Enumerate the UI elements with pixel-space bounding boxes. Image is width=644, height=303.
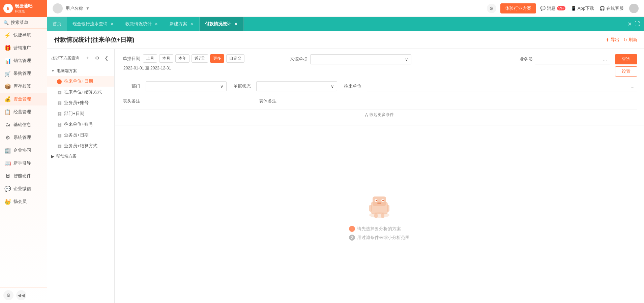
- filter-area: 单据日期 上月 本月 本年 近7天 更多 自定义 2022-01-01 至 20…: [115, 49, 644, 125]
- sidebar-label-purchase: 采购管理: [13, 70, 31, 77]
- related-unit-label: 往来单位: [343, 83, 361, 89]
- query-btn[interactable]: 查询: [615, 54, 637, 64]
- main-area: 用户名称 ▼ ⚙ 体验行业方案 💬 消息 99+ 📱 App下载 🎧 在线客服 …: [47, 0, 644, 303]
- plan-item-staff-settlement[interactable]: ▦业务员+结算方式: [47, 141, 114, 151]
- sidebar-item-inventory[interactable]: 📦库存核算: [0, 80, 47, 93]
- sidebar-label-basic-info: 基础信息: [13, 122, 31, 128]
- inventory-icon: 📦: [5, 83, 11, 89]
- user-name: 用户名称: [65, 5, 83, 11]
- plan-item-staff-account[interactable]: ▦业务员+账号: [47, 97, 114, 108]
- marketing-icon: 🎁: [5, 45, 11, 51]
- messages-badge: 99+: [557, 6, 565, 10]
- sidebar-bottom: ⚙ ◀◀: [0, 287, 47, 303]
- sidebar-item-system[interactable]: ⚙系统管理: [0, 131, 47, 144]
- app-download-btn[interactable]: 📱 App下载: [571, 5, 594, 11]
- tab-close-new-plan[interactable]: ✕: [189, 22, 194, 26]
- tab-home[interactable]: 首页: [47, 17, 67, 31]
- date-range: 2022-01-01 至 2022-12-31: [123, 65, 171, 71]
- body-note-label: 表体备注: [258, 98, 276, 104]
- plan-label-unit-account: 往来单位+账号: [64, 121, 93, 127]
- sidebar-item-finance[interactable]: 💰资金管理: [0, 93, 47, 105]
- sidebar-item-member[interactable]: 👑畅会员: [0, 195, 47, 208]
- unit-ellipsis-btn[interactable]: ...: [629, 84, 636, 89]
- date-more-btn[interactable]: 更多: [210, 54, 224, 63]
- plan-item-unit-date[interactable]: ⬤往来单位+日期: [47, 76, 114, 87]
- plan-item-dept-date[interactable]: ▦部门+日期: [47, 108, 114, 119]
- close-all-tabs-icon[interactable]: ✕: [627, 21, 632, 27]
- sidebar-item-enterprise[interactable]: 🏢企业协同: [0, 144, 47, 157]
- desktop-arrow-icon: ▼: [51, 69, 55, 73]
- sidebar-item-quick-nav[interactable]: ⚡快捷导航: [0, 29, 47, 41]
- plan-item-unit-account[interactable]: ▦往来单位+账号: [47, 119, 114, 130]
- sidebar-item-hardware[interactable]: 🖥智能硬件: [0, 170, 47, 182]
- logo-area: 6 畅捷通吧 标准版: [0, 0, 47, 17]
- collapse-btn[interactable]: ⋀ 收起更多条件: [121, 110, 637, 120]
- export-label: 导出: [611, 37, 619, 43]
- user-chevron-icon[interactable]: ▼: [86, 6, 90, 11]
- sidebar-label-system: 系统管理: [13, 134, 31, 141]
- service-btn[interactable]: 🎧 在线客服: [599, 5, 624, 11]
- filter-settings-btn[interactable]: 设置: [615, 66, 637, 77]
- sidebar-item-guide[interactable]: 📖新手引导: [0, 157, 47, 170]
- sidebar-item-purchase[interactable]: 🛒采购管理: [0, 67, 47, 80]
- sidebar-label-member: 畅会员: [13, 199, 27, 205]
- date-this-month-btn[interactable]: 本月: [159, 54, 173, 63]
- tab-close-bank-flow[interactable]: ✕: [110, 22, 114, 26]
- search-label: 搜索菜单: [11, 20, 28, 26]
- tab-close-payment-stats[interactable]: ✕: [233, 22, 238, 26]
- user-avatar-right[interactable]: [629, 4, 639, 13]
- mobile-section[interactable]: ▶ 移动端方案: [47, 151, 114, 161]
- staff-ellipsis-btn[interactable]: ...: [602, 57, 608, 62]
- tab-close-receivable-stats[interactable]: ✕: [154, 22, 158, 26]
- right-panel: 单据日期 上月 本月 本年 近7天 更多 自定义 2022-01-01 至 20…: [115, 49, 644, 303]
- tab-receivable-stats[interactable]: 收款情况统计✕: [120, 17, 164, 31]
- desktop-section[interactable]: ▼ 电脑端方案: [47, 66, 114, 76]
- weixin-icon: 💬: [5, 186, 11, 192]
- tab-bar: 首页现金银行流水查询✕收款情况统计✕新建方案✕付款情况统计✕ ✕ ⛶: [47, 17, 644, 31]
- plan-item-unit-settlement[interactable]: ▦往来单位+结算方式: [47, 87, 114, 97]
- sidebar-item-operations[interactable]: 📋经营管理: [0, 105, 47, 118]
- collapse-sidebar-btn[interactable]: ◀◀: [16, 290, 26, 300]
- source-select[interactable]: ∨: [310, 54, 411, 64]
- svg-rect-2: [373, 196, 386, 206]
- messages-btn[interactable]: 💬 消息 99+: [540, 5, 565, 11]
- logo-sub: 标准版: [15, 9, 32, 14]
- maximize-icon[interactable]: ⛶: [635, 21, 640, 27]
- tab-new-plan[interactable]: 新建方案✕: [164, 17, 200, 31]
- sidebar-item-sales[interactable]: 📊销售管理: [0, 54, 47, 67]
- tab-label-bank-flow: 现金银行流水查询: [72, 21, 108, 27]
- plan-item-staff-date[interactable]: ▦业务员+日期: [47, 130, 114, 141]
- sidebar-label-weixin: 企业微信: [13, 186, 31, 192]
- svg-rect-10: [374, 213, 378, 218]
- empty-tip-1: 1 请先选择要分析的方案: [349, 226, 410, 232]
- staff-label: 业务员: [514, 56, 533, 62]
- date-custom-btn[interactable]: 自定义: [226, 54, 244, 63]
- add-plan-btn[interactable]: ＋: [84, 54, 91, 62]
- plan-settings-btn[interactable]: ⚙: [93, 54, 101, 62]
- refresh-label: 刷新: [628, 37, 637, 43]
- panel-collapse-btn[interactable]: ❮: [103, 54, 110, 62]
- date-last-month-btn[interactable]: 上月: [143, 54, 157, 63]
- trial-button[interactable]: 体验行业方案: [500, 3, 536, 13]
- tab-payment-stats[interactable]: 付款情况统计✕: [200, 17, 244, 31]
- date-7days-btn[interactable]: 近7天: [192, 54, 208, 63]
- main-content: 按以下方案查询 ＋ ⚙ ❮ ▼ 电脑端方案 ⬤往来单位+日期▦往来单位+结算方式…: [47, 49, 644, 303]
- collapse-icon: ⋀: [365, 113, 368, 117]
- tab-bank-flow[interactable]: 现金银行流水查询✕: [67, 17, 120, 31]
- guide-icon: 📖: [5, 160, 11, 166]
- sidebar-item-basic-info[interactable]: 🗂基础信息: [0, 118, 47, 131]
- search-menu[interactable]: 🔍 搜索菜单: [0, 17, 47, 29]
- date-this-year-btn[interactable]: 本年: [175, 54, 189, 63]
- settings-icon[interactable]: ⚙: [3, 290, 13, 300]
- sidebar-item-weixin[interactable]: 💬企业微信: [0, 182, 47, 195]
- doc-status-select[interactable]: ∨: [256, 81, 337, 91]
- tab-label-payment-stats: 付款情况统计: [205, 21, 231, 27]
- left-panel: 按以下方案查询 ＋ ⚙ ❮ ▼ 电脑端方案 ⬤往来单位+日期▦往来单位+结算方式…: [47, 49, 115, 303]
- dept-select[interactable]: ∨: [146, 81, 227, 91]
- sidebar-item-marketing[interactable]: 🎁营销推广: [0, 41, 47, 54]
- gear-btn[interactable]: ⚙: [487, 4, 496, 13]
- export-btn[interactable]: ⬆ 导出: [606, 37, 619, 43]
- svg-rect-8: [369, 205, 372, 212]
- search-icon: 🔍: [3, 20, 9, 25]
- refresh-btn[interactable]: ↻ 刷新: [623, 37, 637, 43]
